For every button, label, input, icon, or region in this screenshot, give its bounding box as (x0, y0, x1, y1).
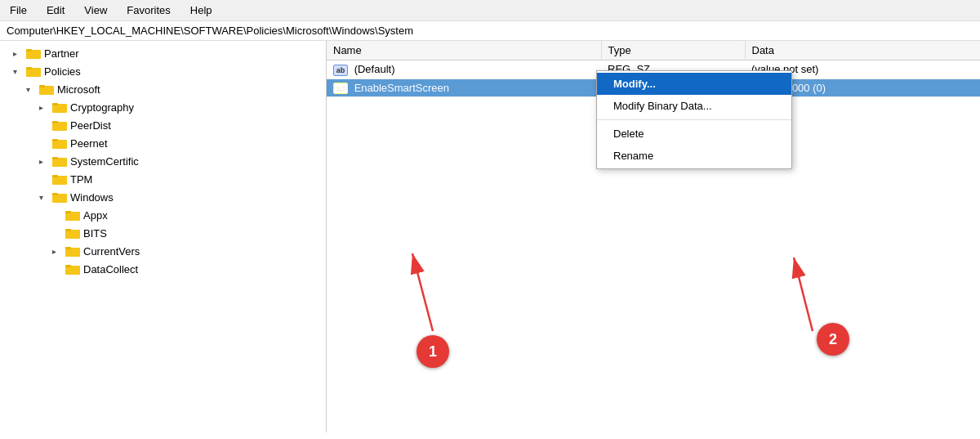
chevron-policies (13, 67, 26, 76)
menu-file[interactable]: File (7, 2, 30, 18)
tree-label-microsoft: Microsoft (57, 83, 100, 96)
tree-item-peernet[interactable]: Peernet (0, 134, 326, 152)
tree-panel: Partner Policies Microsoft Cryptography (0, 41, 327, 432)
folder-icon-peernet (52, 137, 67, 149)
tree-label-datacollect: DataCollect (83, 263, 138, 275)
context-menu-item-delete[interactable]: Delete (597, 123, 791, 145)
folder-icon-windows (52, 191, 67, 203)
context-menu: Modify... Modify Binary Data... Delete R… (596, 70, 792, 169)
folder-icon-currentvers (65, 245, 80, 257)
svg-rect-22 (65, 229, 71, 231)
svg-rect-8 (52, 103, 58, 105)
svg-rect-18 (52, 193, 58, 195)
folder-icon-cryptography (52, 101, 67, 113)
main-area: Partner Policies Microsoft Cryptography (0, 41, 980, 432)
tree-item-appx[interactable]: Appx (0, 206, 326, 224)
svg-line-30 (794, 258, 813, 331)
cell-name-default: ab (Default) (327, 60, 601, 79)
tree-label-windows: Windows (70, 191, 114, 204)
folder-icon-appx (65, 209, 80, 221)
chevron-partner (13, 49, 26, 58)
col-header-name[interactable]: Name (327, 41, 601, 60)
tree-item-microsoft[interactable]: Microsoft (0, 80, 326, 98)
tree-label-bits: BITS (83, 227, 107, 240)
tree-label-partner: Partner (44, 47, 79, 60)
svg-rect-12 (52, 139, 58, 141)
col-header-data[interactable]: Data (745, 41, 980, 60)
folder-icon-datacollect (65, 263, 80, 275)
tree-label-peernet: Peernet (70, 137, 108, 150)
context-menu-item-rename[interactable]: Rename (597, 145, 791, 167)
tree-item-tpm[interactable]: TPM (0, 170, 326, 188)
svg-rect-10 (52, 121, 58, 123)
svg-rect-20 (65, 211, 71, 213)
annotation-2: 2 (817, 323, 849, 356)
tree-label-policies: Policies (44, 65, 81, 78)
context-menu-item-modify-binary[interactable]: Modify Binary Data... (597, 95, 791, 117)
tree-item-peerdist[interactable]: PeerDist (0, 116, 326, 134)
cell-name-smartscreen: 010 EnableSmartScreen (327, 78, 601, 97)
annotation-1-label: 1 (429, 343, 437, 361)
chevron-windows (39, 193, 52, 202)
icon-ab-default: ab (333, 65, 348, 76)
tree-item-cryptography[interactable]: Cryptography (0, 98, 326, 116)
svg-rect-14 (52, 157, 58, 159)
content-panel: Name Type Data ab (Default) REG_SZ (valu… (327, 41, 980, 432)
chevron-systemcertific (39, 157, 52, 166)
folder-icon-tpm (52, 173, 67, 185)
tree-label-appx: Appx (83, 209, 108, 222)
svg-rect-26 (65, 265, 71, 267)
chevron-cryptography (39, 103, 52, 112)
folder-icon-peerdist (52, 119, 67, 131)
folder-icon-microsoft (39, 83, 54, 95)
tree-item-currentvers[interactable]: CurrentVers (0, 242, 326, 260)
svg-line-29 (412, 253, 433, 331)
context-menu-divider (597, 119, 791, 120)
folder-icon-systemcertific (52, 155, 67, 167)
context-menu-item-modify[interactable]: Modify... (597, 73, 791, 95)
value-name-smartscreen: EnableSmartScreen (354, 82, 449, 94)
value-name-default: (Default) (354, 63, 395, 75)
annotation-1: 1 (416, 335, 449, 368)
tree-item-windows[interactable]: Windows (0, 188, 326, 206)
tree-label-tpm: TPM (70, 173, 92, 186)
folder-icon-policies (26, 65, 41, 77)
folder-icon-partner (26, 47, 41, 59)
chevron-currentvers (52, 247, 65, 256)
tree-label-currentvers: CurrentVers (83, 245, 140, 258)
address-bar: Computer\HKEY_LOCAL_MACHINE\SOFTWARE\Pol… (0, 21, 980, 41)
tree-label-peerdist: PeerDist (70, 119, 111, 132)
tree-item-partner[interactable]: Partner (0, 44, 326, 62)
menu-bar: File Edit View Favorites Help (0, 0, 980, 21)
col-header-type[interactable]: Type (601, 41, 745, 60)
svg-rect-2 (26, 49, 32, 52)
icon-dword-smartscreen: 010 (333, 83, 348, 94)
menu-help[interactable]: Help (187, 2, 216, 18)
tree-item-policies[interactable]: Policies (0, 62, 326, 80)
chevron-microsoft (26, 85, 39, 94)
tree-label-cryptography: Cryptography (70, 101, 134, 114)
tree-label-systemcertific: SystemCertific (70, 155, 139, 168)
svg-rect-24 (65, 247, 71, 249)
address-path: Computer\HKEY_LOCAL_MACHINE\SOFTWARE\Pol… (7, 25, 413, 37)
folder-icon-bits (65, 227, 80, 239)
menu-edit[interactable]: Edit (43, 2, 68, 18)
svg-rect-4 (26, 67, 32, 69)
tree-item-systemcertific[interactable]: SystemCertific (0, 152, 326, 170)
svg-rect-16 (52, 175, 58, 177)
annotation-2-label: 2 (829, 331, 837, 348)
menu-favorites[interactable]: Favorites (123, 2, 173, 18)
tree-item-datacollect[interactable]: DataCollect (0, 260, 326, 278)
menu-view[interactable]: View (81, 2, 110, 18)
svg-rect-6 (39, 85, 45, 87)
tree-item-bits[interactable]: BITS (0, 224, 326, 242)
